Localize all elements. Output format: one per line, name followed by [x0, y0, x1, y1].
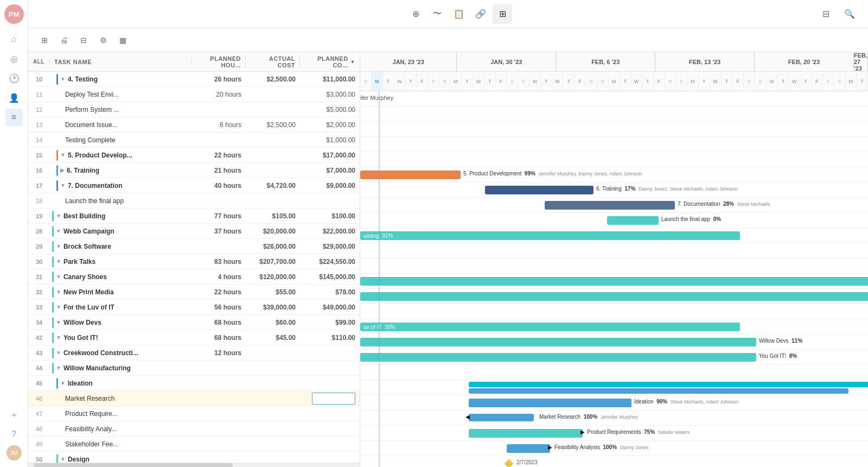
table-btn[interactable]: ▦	[115, 33, 130, 48]
sort-icon[interactable]: ▼	[350, 59, 355, 65]
gantt-bar-canary[interactable]: Canary Shoes 54%	[360, 292, 868, 301]
group-btn[interactable]: ⊞	[37, 33, 52, 48]
task-row[interactable]: 11 Deploy Test Envi... 20 hours $3,000.0…	[28, 87, 360, 102]
task-row[interactable]: 42 ▼ You Got IT! 68 hours $45.00 $110.00	[28, 330, 360, 345]
gantt-bar-luv-it[interactable]: uv of IT 30%	[360, 323, 740, 331]
date-group: JAN, 23 '23	[360, 52, 457, 71]
task-row[interactable]: 30 ▼ Park Talks 83 hours $207,700.00 $22…	[28, 254, 360, 269]
gantt-row	[360, 106, 868, 122]
link-btn[interactable]: 🔗	[471, 4, 490, 24]
task-row[interactable]: 49 Stakeholder Fee...	[28, 437, 360, 452]
task-row[interactable]: 43 ▼ Creekwood Constructi... 12 hours	[28, 345, 360, 361]
task-row[interactable]: 50 ▼ Design	[28, 452, 360, 463]
row-num: 47	[28, 411, 50, 417]
task-row[interactable]: 18 Launch the final app	[28, 193, 360, 209]
filter-btn[interactable]: ⊟	[816, 4, 835, 24]
expand-icon[interactable]: ▼	[56, 274, 61, 280]
expand-icon[interactable]: ▼	[60, 380, 66, 386]
expand-icon[interactable]: ▼	[60, 76, 66, 82]
task-row[interactable]: 17 ▼ 7. Documentation 40 hours $4,720.00…	[28, 178, 360, 193]
print-btn[interactable]: 🖨	[56, 33, 72, 48]
task-row[interactable]: 14 Testing Complete $1,000.00	[28, 132, 360, 148]
task-row[interactable]: 28 ▼ Webb Campaign 37 hours $20,000.00 $…	[28, 224, 360, 239]
gantt-bar-you-got-it[interactable]: You Got IT! 8%	[360, 353, 756, 362]
gantt-bar-feasibility[interactable]: ▶	[507, 444, 550, 453]
expand-icon[interactable]: ▼	[60, 182, 66, 188]
planned-cost-cell[interactable]	[300, 393, 360, 405]
task-row[interactable]: 34 ▼ Willow Devs 68 hours $60.00 $99.00	[28, 315, 360, 330]
gantt-bar-training[interactable]: 6. Training 17% Danny Jones, Steve Micha…	[485, 186, 593, 194]
task-row[interactable]: 19 ▼ Best Building 77 hours $105.00 $100…	[28, 209, 360, 224]
search-btn[interactable]: 🔍	[840, 4, 859, 24]
task-row[interactable]: 31 ▼ Canary Shoes 4 hours $120,000.00 $1…	[28, 269, 360, 285]
nav-home[interactable]: ⌂	[5, 30, 23, 48]
task-name: Market Research	[65, 395, 114, 402]
gantt-btn[interactable]: ⊞	[493, 4, 512, 24]
day-cell: M	[450, 72, 462, 91]
gantt-bar-product-req[interactable]: ▶	[469, 429, 583, 438]
expand-icon[interactable]: ▼	[56, 350, 61, 356]
wave-btn[interactable]: 〜	[427, 4, 447, 24]
planned-cost-input[interactable]	[312, 393, 355, 405]
expand-icon[interactable]: ▼	[56, 228, 61, 234]
task-name-cell: ▼ For the Luv of IT	[50, 302, 192, 313]
nav-projects[interactable]: 👤	[5, 89, 23, 106]
gantt-bar-willow-devs[interactable]: Willow Devs 11%	[360, 338, 756, 346]
gantt-bar-documentation[interactable]: 7. Documentation 28% Steve Michaels	[545, 201, 675, 210]
gantt-bar-ideation[interactable]: Ideation 90% Steve Michaels, Adam Johnso…	[469, 399, 631, 407]
day-cell: T	[620, 72, 631, 91]
expand-icon[interactable]: ▼	[60, 152, 66, 158]
expand-icon[interactable]: ▼	[56, 258, 61, 264]
settings-btn[interactable]: ⚙	[95, 33, 111, 48]
expand-icon[interactable]: ▶	[60, 167, 65, 173]
row-num: 14	[28, 137, 50, 143]
task-name-cell: ▼ Design	[50, 454, 192, 463]
expand-icon[interactable]: ▼	[56, 289, 61, 295]
expand-icon[interactable]: ▼	[56, 213, 61, 219]
task-row[interactable]: 33 ▼ For the Luv of IT 56 hours $39,000.…	[28, 300, 360, 315]
task-row[interactable]: 44 ▼ Willow Manufacturing	[28, 361, 360, 376]
planned-cost: $11,000.00	[300, 75, 360, 83]
nav-gantt[interactable]: ≡	[5, 109, 23, 126]
gantt-bar-willow-mfg-2[interactable]	[469, 388, 848, 394]
clipboard-btn[interactable]: 📋	[449, 4, 469, 24]
gantt-bar-best-building[interactable]: uilding 91%	[360, 231, 740, 240]
gantt-bar-market-research[interactable]: ◀	[469, 414, 534, 421]
expand-icon[interactable]: ▼	[56, 319, 61, 325]
expand-icon[interactable]: ▼	[56, 335, 61, 340]
day-cell: W	[631, 72, 642, 91]
day-cell: W	[552, 72, 564, 91]
task-row[interactable]: 32 ▼ New Print Media 22 hours $55.00 $78…	[28, 285, 360, 300]
task-row[interactable]: 15 ▼ 5. Product Develop... 22 hours $17,…	[28, 148, 360, 163]
task-name-cell: ▼ 7. Documentation	[50, 180, 192, 191]
gantt-bar-launch[interactable]: Launch the final app 0%	[607, 216, 659, 225]
user-avatar[interactable]: JM	[7, 445, 22, 460]
nav-activity[interactable]: ◎	[5, 50, 23, 67]
task-row[interactable]: 12 Perform System ... $5,000.00	[28, 102, 360, 117]
gantt-row	[360, 380, 868, 395]
expand-icon[interactable]: ▼	[56, 365, 61, 371]
task-name: 5. Product Develop...	[68, 152, 132, 159]
task-row[interactable]: 47 Product Require...	[28, 406, 360, 421]
task-row[interactable]: 10 ▼ 4. Testing 26 hours $2,500.00 $11,0…	[28, 72, 360, 87]
nav-add[interactable]: ＋	[5, 406, 23, 424]
expand-icon[interactable]: ▼	[60, 456, 66, 462]
task-rows: 10 ▼ 4. Testing 26 hours $2,500.00 $11,0…	[28, 72, 360, 463]
gantt-bar-willow-mfg-1[interactable]	[469, 382, 868, 387]
nav-help[interactable]: ?	[5, 426, 23, 443]
task-row[interactable]: 48 Feasibility Analy...	[28, 421, 360, 437]
task-row[interactable]: 46 Market Research	[28, 391, 360, 406]
nav-time[interactable]: 🕐	[5, 70, 23, 87]
columns-btn[interactable]: ⊟	[76, 33, 91, 48]
col-all-header: ALL	[28, 59, 50, 65]
task-row[interactable]: 16 ▶ 6. Training 21 hours $7,000.00	[28, 163, 360, 178]
expand-icon[interactable]: ▼	[56, 304, 61, 310]
zoom-search-btn[interactable]: ⊕	[406, 4, 425, 24]
gantt-bar-park-talks[interactable]	[360, 277, 868, 286]
task-row[interactable]: 45 ▼ Ideation	[28, 376, 360, 391]
expand-icon[interactable]: ▼	[56, 243, 61, 249]
task-row[interactable]: 13 Document Issue... 6 hours $2,500.00 $…	[28, 117, 360, 132]
day-cell[interactable]: M	[372, 72, 383, 91]
task-row[interactable]: 29 ▼ Brock Software $26,000.00 $29,000.0…	[28, 239, 360, 254]
gantt-bar-product-dev[interactable]: 5. Product Development 99% Jennifer Murp…	[360, 171, 461, 179]
